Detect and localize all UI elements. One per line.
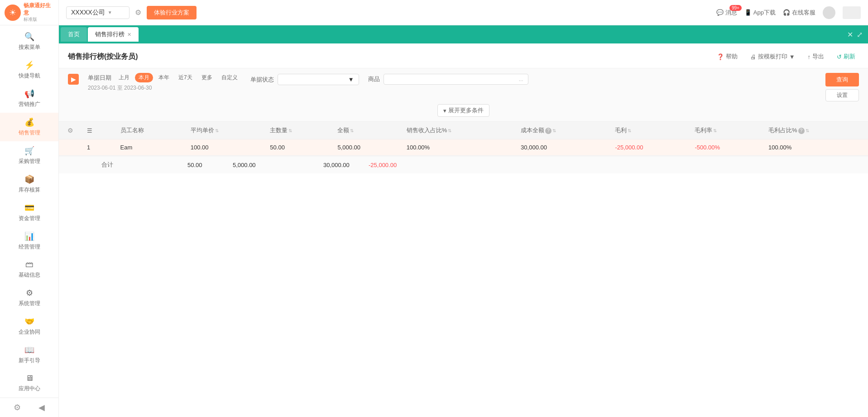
tip-icon-cost[interactable]: ?: [545, 128, 551, 134]
avatar[interactable]: [823, 6, 835, 19]
sidebar-item-搜索菜单[interactable]: 🔍搜索菜单: [0, 27, 58, 56]
app-download-group[interactable]: 📱 App下载: [744, 9, 776, 17]
sort-icon-gross_rate[interactable]: ⇅: [713, 128, 717, 133]
print-button[interactable]: 🖨 按模板打印 ▼: [747, 51, 799, 62]
date-tabs: 上月本月本年近7天更多自定义: [115, 73, 241, 82]
main-content: 销售排行榜(按业务员) ❓ 帮助 🖨 按模板打印 ▼ ↑ 导出 ↺ 刷新: [59, 43, 868, 417]
tab-close-all-icon[interactable]: ✕: [847, 30, 853, 39]
sort-icon-avg_price[interactable]: ⇅: [215, 128, 219, 133]
logo-text: 畅康通好生意: [24, 2, 54, 16]
tab-bar: 首页销售排行榜✕ ✕ ⤢: [59, 25, 868, 43]
help-icon: ❓: [717, 53, 724, 60]
settings-button[interactable]: 设置: [825, 89, 859, 101]
cell-name: Eam: [115, 139, 185, 156]
tab-maximize-icon[interactable]: ⤢: [857, 30, 863, 39]
query-btn-area: 查询 设置: [825, 73, 859, 101]
query-button[interactable]: 查询: [825, 73, 859, 86]
sidebar-item-营销推广[interactable]: 📢营销推广: [0, 84, 58, 113]
date-tab-本年[interactable]: 本年: [155, 73, 173, 82]
expand-icon: ▾: [443, 107, 446, 114]
status-select[interactable]: ▼: [278, 74, 359, 85]
date-tab-上月[interactable]: 上月: [115, 73, 133, 82]
sidebar-item-资金管理[interactable]: 💳资金管理: [0, 198, 58, 227]
topbar: XXXXX公司 ▼ ⚙ 体验行业方案 💬 消息 99+ 📱 App下载 🎧 在线…: [59, 0, 868, 25]
user-name-area: [843, 6, 861, 19]
expand-more-btn[interactable]: ▾ 展开更多条件: [437, 104, 489, 117]
sort-icon-gross_pct[interactable]: ⇅: [806, 128, 809, 133]
online-service-group[interactable]: 🎧 在线客服: [783, 9, 815, 17]
trial-button[interactable]: 体验行业方案: [147, 6, 197, 19]
topbar-right: 💬 消息 99+ 📱 App下载 🎧 在线客服: [716, 6, 861, 19]
date-tab-近7天[interactable]: 近7天: [175, 73, 196, 82]
footer-label: 合计: [96, 161, 119, 169]
sort-icon-qty[interactable]: ⇅: [288, 128, 292, 133]
collapse-icon[interactable]: ◀: [38, 403, 45, 412]
tab-首页[interactable]: 首页: [61, 27, 87, 42]
service-label: 在线客服: [792, 9, 815, 17]
column-gross_pct: 毛利占比%?⇅: [763, 122, 868, 139]
logo-icon: ☀: [5, 5, 21, 21]
column-cost: 成本全额?⇅: [515, 122, 609, 139]
topbar-gear-icon[interactable]: ⚙: [135, 8, 141, 17]
filter-toggle-arrow[interactable]: ▶: [68, 74, 79, 85]
sidebar-item-新手引导[interactable]: 📖新手引导: [0, 340, 58, 369]
date-tab-更多[interactable]: 更多: [198, 73, 216, 82]
export-icon: ↑: [808, 53, 811, 60]
page-header: 销售排行榜(按业务员) ❓ 帮助 🖨 按模板打印 ▼ ↑ 导出 ↺ 刷新: [59, 43, 868, 68]
sidebar-item-应用中心[interactable]: 🖥应用中心: [0, 369, 58, 397]
column-settings[interactable]: ⚙: [59, 122, 82, 139]
date-tab-本月[interactable]: 本月: [135, 73, 153, 82]
sidebar-item-企业协同[interactable]: 🤝企业协同: [0, 312, 58, 340]
refresh-button[interactable]: ↺ 刷新: [833, 51, 859, 62]
sidebar-item-经营管理[interactable]: 📊经营管理: [0, 227, 58, 255]
message-icon: 💬: [716, 9, 724, 16]
column-sales_pct: 销售收入占比%⇅: [401, 122, 515, 139]
content-area: 首页销售排行榜✕ ✕ ⤢ 销售排行榜(按业务员) ❓ 帮助 🖨 按模板打印 ▼ …: [59, 25, 868, 417]
export-button[interactable]: ↑ 导出: [804, 51, 828, 62]
sort-icon-cost[interactable]: ⇅: [552, 128, 556, 133]
sidebar-item-快捷导航[interactable]: ⚡快捷导航: [0, 56, 58, 84]
cell-cost: 30,000.00: [515, 139, 609, 156]
sort-icon-sales_pct[interactable]: ⇅: [448, 128, 451, 133]
sidebar-item-基础信息[interactable]: 🗃基础信息: [0, 255, 58, 283]
tip-icon-gross_pct[interactable]: ?: [798, 128, 805, 134]
date-tab-自定义[interactable]: 自定义: [218, 73, 241, 82]
tab-close-icon[interactable]: ✕: [127, 32, 131, 38]
cell-amount: 5,000.00: [332, 139, 401, 156]
tab-销售排行榜[interactable]: 销售排行榜✕: [88, 27, 139, 42]
page-actions: ❓ 帮助 🖨 按模板打印 ▼ ↑ 导出 ↺ 刷新: [713, 51, 859, 62]
message-group[interactable]: 💬 消息 99+: [716, 9, 737, 17]
company-selector[interactable]: XXXXX公司 ▼: [66, 6, 129, 19]
sort-icon-amount[interactable]: ⇅: [350, 128, 354, 133]
company-name: XXXXX公司: [71, 9, 105, 17]
column-qty: 主数量⇅: [264, 122, 332, 139]
cell-rank: 1: [82, 139, 115, 156]
footer-sales_pct: [273, 162, 318, 168]
sidebar-item-销售管理[interactable]: 💰销售管理: [0, 113, 58, 141]
sidebar-item-库存核算[interactable]: 📦库存核算: [0, 170, 58, 198]
cell-gross_pct: 100.00%: [763, 139, 868, 156]
goods-dots-icon: ...: [519, 76, 523, 82]
footer-gross: -25,000.00: [363, 162, 408, 168]
footer-gross_pct: [454, 162, 499, 168]
footer-amount: 5,000.00: [227, 162, 273, 168]
sidebar: ☀ 畅康通好生意 标准版 🔍搜索菜单⚡快捷导航📢营销推广💰销售管理🛒采购管理📦库…: [0, 0, 59, 417]
page-title: 销售排行榜(按业务员): [68, 52, 138, 62]
message-badge: 99+: [729, 5, 742, 11]
sort-icon-gross[interactable]: ⇅: [628, 128, 631, 133]
status-filter-label: 单据状态: [250, 76, 274, 84]
refresh-icon: ↺: [837, 53, 842, 60]
logo-sub: 标准版: [24, 16, 54, 23]
date-filter: 单据日期 上月本月本年近7天更多自定义 2023-06-01 至 2023-06…: [88, 73, 241, 92]
table-head: ⚙☰员工名称平均单价⇅主数量⇅全额⇅销售收入占比%⇅成本全额?⇅毛利⇅毛利率⇅毛…: [59, 122, 868, 139]
company-dropdown-icon: ▼: [108, 10, 112, 15]
data-table: ⚙☰员工名称平均单价⇅主数量⇅全额⇅销售收入占比%⇅成本全额?⇅毛利⇅毛利率⇅毛…: [59, 122, 868, 156]
sidebar-item-采购管理[interactable]: 🛒采购管理: [0, 141, 58, 170]
help-button[interactable]: ❓ 帮助: [713, 51, 741, 62]
goods-select[interactable]: ...: [384, 74, 528, 85]
column-amount: 全额⇅: [332, 122, 401, 139]
table-body: 1Eam100.0050.005,000.00100.00%30,000.00-…: [59, 139, 868, 156]
footer-cost: 30,000.00: [318, 162, 363, 168]
settings-bottom-icon[interactable]: ⚙: [14, 403, 21, 412]
sidebar-item-系统管理[interactable]: ⚙系统管理: [0, 283, 58, 312]
